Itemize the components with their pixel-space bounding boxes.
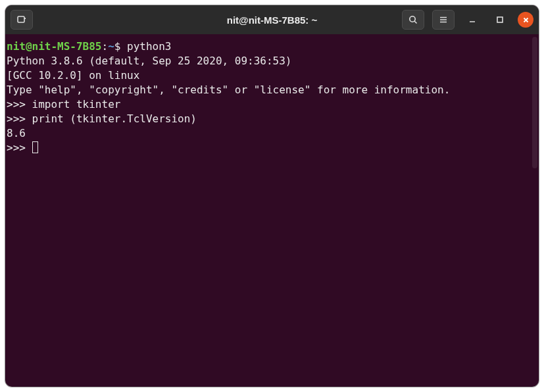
python-banner-2: [GCC 10.2.0] on linux [7,69,139,82]
window-title: nit@nit-MS-7B85: ~ [227,14,318,26]
python-banner-1: Python 3.8.6 (default, Sep 25 2020, 09:3… [7,55,298,67]
scrollbar-track[interactable] [531,34,539,387]
menu-button[interactable] [432,10,455,30]
terminal-viewport[interactable]: nit@nit-MS-7B85:~$ python3 Python 3.8.6 … [5,34,539,387]
terminal-window: nit@nit-MS-7B85: ~ [5,5,539,387]
close-icon [522,16,530,24]
svg-point-1 [410,16,415,22]
titlebar-right-controls [402,10,533,30]
search-icon [408,14,418,25]
minimize-button[interactable] [462,10,482,30]
prompt-symbol: $ [114,40,127,53]
shell-command: python3 [127,40,171,53]
prompt-path: ~ [108,40,114,53]
python-banner-3: Type "help", "copyright", "credits" or "… [7,84,450,96]
titlebar: nit@nit-MS-7B85: ~ [5,5,539,34]
python-output-1: 8.6 [7,127,26,139]
hamburger-icon [438,14,449,25]
close-button[interactable] [518,12,533,28]
svg-rect-0 [18,16,24,22]
python-prompt: >>> [7,141,32,154]
search-button[interactable] [402,10,424,30]
cursor [32,141,38,153]
python-input-1: import tkinter [32,98,121,110]
python-prompt: >>> [7,98,32,110]
new-tab-button[interactable] [11,10,33,30]
python-input-2: print (tkinter.TclVersion) [32,112,197,125]
titlebar-left-controls [11,10,33,30]
prompt-user-host: nit@nit-MS-7B85 [7,40,102,53]
scrollbar-thumb[interactable] [532,37,537,168]
maximize-button[interactable] [490,10,510,30]
maximize-icon [496,16,504,24]
svg-rect-2 [497,17,503,22]
minimize-icon [468,15,477,24]
new-tab-icon [16,14,27,25]
prompt-separator: : [102,40,109,53]
python-prompt: >>> [7,112,32,125]
